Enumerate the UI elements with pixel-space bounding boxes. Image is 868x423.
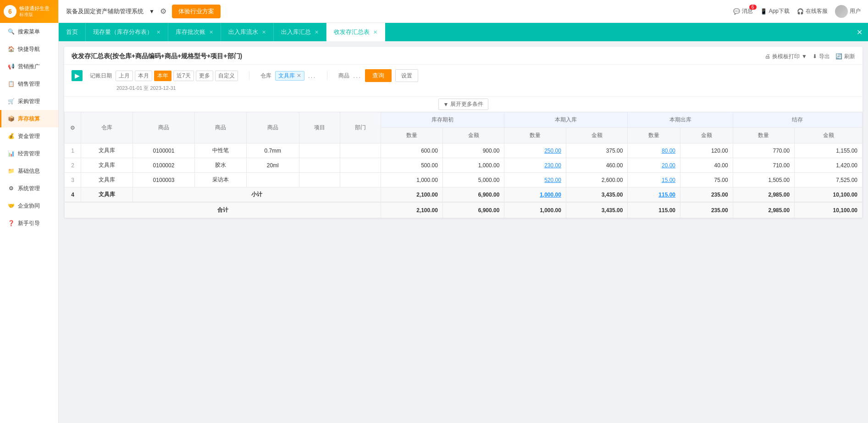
tab-receive-send-summary[interactable]: 收发存汇总表 ✕	[326, 23, 385, 41]
sidebar: 6 畅捷通好生意 标准版 🔍 搜索菜单 🏠 快捷导航 📢 营销推广 📋 销售管理…	[0, 0, 59, 423]
message-btn[interactable]: 💬 消息 6	[733, 7, 753, 15]
date-this-month-btn[interactable]: 本月	[135, 71, 152, 81]
warehouse-tag: 文具库 ✕	[275, 71, 304, 81]
export-icon: ⬇	[813, 53, 817, 60]
filter-row-date-range: 2023-01-01 至 2023-12-31	[90, 85, 418, 92]
tab-summary-close-icon[interactable]: ✕	[315, 29, 319, 35]
row-num-1: 1	[65, 143, 81, 158]
main-content: 装备及固定资产辅助管理系统 ▼ ⚙ 体验行业方案 💬 消息 6 📱 App下载 …	[59, 0, 868, 423]
tab-stock-dist-close-icon[interactable]: ✕	[156, 29, 160, 35]
tab-stock-distribution[interactable]: 现存量（库存分布表） ✕	[86, 23, 168, 41]
sidebar-label-search: 搜索菜单	[18, 28, 40, 36]
user-profile-btn[interactable]: 用户	[835, 5, 861, 18]
table-container: ⚙ 仓库 商品 商品 商品 项目 部门 库存期初 本期入库 本期出库 结存	[64, 112, 862, 218]
date-label: 记账日期	[90, 72, 112, 80]
sidebar-item-search[interactable]: 🔍 搜索菜单	[0, 23, 58, 40]
sidebar-item-guide[interactable]: ❓ 新手引导	[0, 214, 58, 232]
date-this-year-btn[interactable]: 本年	[154, 71, 171, 81]
message-badge: 6	[749, 5, 757, 10]
date-7days-btn[interactable]: 近7天	[173, 71, 194, 81]
th-product-code: 商品	[133, 112, 195, 143]
sidebar-item-marketing[interactable]: 📢 营销推广	[0, 58, 58, 75]
tab-batch-account[interactable]: 库存批次账 ✕	[168, 23, 221, 41]
sidebar-label-marketing: 营销推广	[18, 63, 40, 71]
sidebar-item-sales[interactable]: 📋 销售管理	[0, 75, 58, 93]
row-3-in-qty[interactable]: 520.00	[504, 173, 566, 187]
row-1-out-qty[interactable]: 80.00	[628, 143, 680, 158]
tabbar-close-all-btn[interactable]: ✕	[851, 28, 868, 37]
topbar-left: 装备及固定资产辅助管理系统 ▼ ⚙ 体验行业方案	[66, 5, 221, 18]
tab-in-out-flow[interactable]: 出入库流水 ✕	[221, 23, 274, 41]
export-btn[interactable]: ⬇ 导出	[813, 53, 830, 60]
tab-in-out-summary[interactable]: 出入库汇总 ✕	[274, 23, 326, 41]
expand-more-btn[interactable]: ▼ 展开更多条件	[438, 99, 489, 110]
row-1-project	[299, 143, 340, 158]
row-1-dept	[340, 143, 381, 158]
sidebar-label-base-info: 基础信息	[18, 167, 40, 175]
query-btn[interactable]: 查询	[365, 69, 392, 82]
page-actions: 🖨 换模板打印 ▼ ⬇ 导出 🔄 刷新	[765, 53, 855, 60]
sidebar-item-enterprise[interactable]: 🤝 企业协同	[0, 197, 58, 214]
date-last-month-btn[interactable]: 上月	[116, 71, 133, 81]
row-3-dept	[340, 173, 381, 187]
experience-btn[interactable]: 体验行业方案	[172, 5, 221, 18]
settings-gear-icon[interactable]: ⚙	[160, 7, 166, 16]
row-3-bal-qty: 1,505.00	[733, 173, 795, 187]
sidebar-label-quick-nav: 快捷导航	[18, 45, 40, 53]
sidebar-item-finance[interactable]: 💰 资金管理	[0, 127, 58, 145]
sidebar-item-quick-nav[interactable]: 🏠 快捷导航	[0, 40, 58, 58]
user-label: 用户	[850, 7, 861, 15]
message-icon: 💬	[733, 8, 740, 15]
sidebar-title-block: 畅捷通好生意 标准版	[19, 5, 50, 18]
system-dropdown[interactable]: ▼	[149, 8, 155, 15]
row-2-in-qty[interactable]: 230.00	[504, 158, 566, 173]
date-custom-btn[interactable]: 自定义	[215, 71, 238, 81]
sidebar-label-purchase: 采购管理	[18, 98, 40, 105]
sidebar-header: 6 畅捷通好生意 标准版	[0, 0, 58, 23]
sidebar-item-inventory[interactable]: 📦 库存核算	[0, 110, 58, 127]
online-service-btn[interactable]: 🎧 在线客服	[797, 7, 828, 15]
total-open-qty: 2,100.00	[381, 202, 443, 218]
filter-collapse-btn[interactable]: ▶	[72, 70, 83, 81]
row-1-in-qty[interactable]: 250.00	[504, 143, 566, 158]
sidebar-item-operations[interactable]: 📊 经营管理	[0, 145, 58, 162]
subtotal-open-amt: 6,900.00	[442, 187, 504, 203]
product-filter-more-btn[interactable]: ...	[353, 72, 361, 79]
row-1-code: 0100001	[133, 143, 195, 158]
sidebar-item-base-info[interactable]: 📁 基础信息	[0, 162, 58, 180]
main-card: 收发存汇总表(按仓库+商品编码+商品+规格型号+项目+部门) 🖨 换模板打印 ▼…	[64, 47, 862, 218]
row-3-bal-amt: 7,525.00	[795, 173, 862, 187]
expand-row: ▼ 展开更多条件	[64, 97, 862, 112]
tab-rss-close-icon[interactable]: ✕	[373, 29, 377, 35]
total-bal-amt: 10,100.00	[795, 202, 862, 218]
warehouse-filter-more-btn[interactable]: ...	[308, 72, 316, 79]
row-3-in-amt: 2,600.00	[566, 173, 628, 187]
warehouse-tag-close-icon[interactable]: ✕	[297, 72, 301, 79]
subtotal-in-qty[interactable]: 1,000.00	[504, 187, 566, 203]
sidebar-item-purchase[interactable]: 🛒 采购管理	[0, 93, 58, 110]
sidebar-label-guide: 新手引导	[18, 220, 40, 227]
date-more-btn[interactable]: 更多	[196, 71, 213, 81]
print-template-btn[interactable]: 🖨 换模板打印 ▼	[765, 53, 807, 60]
row-2-bal-qty: 710.00	[733, 158, 795, 173]
row-num-2: 2	[65, 158, 81, 173]
row-2-out-qty[interactable]: 20.00	[628, 158, 680, 173]
th-in-group: 本期入库	[504, 112, 628, 128]
folder-icon: 📁	[7, 167, 15, 175]
table-settings-th[interactable]: ⚙	[65, 112, 81, 143]
subtotal-out-qty[interactable]: 115.00	[628, 187, 680, 203]
subtotal-num: 4	[65, 187, 81, 203]
tab-home[interactable]: 首页	[59, 23, 86, 41]
row-3-out-qty[interactable]: 15.00	[628, 173, 680, 187]
tab-batch-close-icon[interactable]: ✕	[209, 29, 213, 35]
app-download-btn[interactable]: 📱 App下载	[760, 7, 790, 15]
box-icon: 📦	[7, 115, 15, 123]
sidebar-label-operations: 经营管理	[18, 150, 40, 158]
tab-flow-close-icon[interactable]: ✕	[262, 29, 266, 35]
print-label: 换模板打印	[772, 53, 800, 60]
row-2-out-amt: 40.00	[680, 158, 733, 173]
filter-section: 记账日期 上月 本月 本年 近7天 更多 自定义 仓库 文具库	[90, 69, 418, 92]
setting-btn[interactable]: 设置	[395, 69, 418, 82]
sidebar-item-system[interactable]: ⚙ 系统管理	[0, 180, 58, 197]
refresh-btn[interactable]: 🔄 刷新	[835, 53, 855, 60]
